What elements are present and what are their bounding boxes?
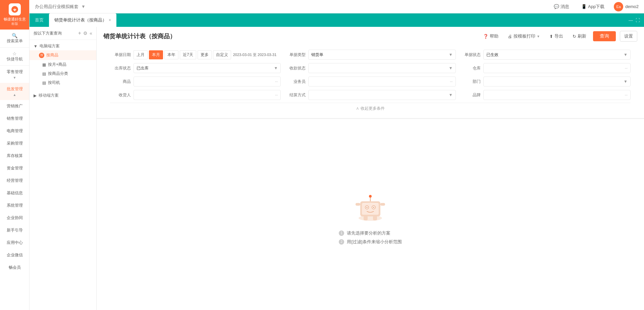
help-btn[interactable]: ❓ 帮助 [480,32,501,41]
date-last-month[interactable]: 上月 [133,50,148,59]
sidebar-item-apps[interactable]: 应用中心 [0,237,29,249]
tab-expand-icon[interactable]: ⛶ [636,18,640,23]
print-btn[interactable]: 🖨 按模板打印 ▼ [505,32,543,41]
sidebar-item-operation[interactable]: 经营管理 [0,174,29,187]
sidebar-item-retail[interactable]: 零售管理 ▼ [0,66,29,83]
quick-nav[interactable]: ☆ 快捷导航 [0,48,29,66]
warehouse-field[interactable]: ··· [483,63,631,73]
settings-scheme-icon[interactable]: ⚙ [83,31,88,36]
print-label: 按模板打印 [514,33,535,39]
settings-btn[interactable]: 设置 [620,31,637,42]
export-btn[interactable]: ⬆ 导出 [547,32,566,41]
scheme-sub-by-cashier[interactable]: ▤ 按司机 [30,78,96,87]
pc-scheme-group: ▼ 电脑端方案 按 按商品 ▦ 按月+商品 ▤ 按商品分类 ▤ 按司机 [30,40,96,89]
sidebar-item-purchase[interactable]: 采购管理 [0,137,29,150]
right-panel: 销货单统计计表（按商品） ❓ 帮助 🖨 按模板打印 ▼ ⬆ [97,27,644,310]
sidebar-item-member[interactable]: 畅会员 [0,261,29,274]
date-range: 2023-03-01 至 2023-03-31 [233,52,277,57]
doc-status-value: 已生效 [486,52,498,58]
sidebar-item-wholesale[interactable]: 批发管理 ▲ [0,83,29,100]
collapse-scheme-icon[interactable]: « [90,31,92,36]
by-month-icon: ▦ [42,62,46,67]
svg-point-10 [369,195,372,198]
staff-field[interactable]: ··· [308,76,455,87]
tab-close-icon[interactable]: × [109,18,111,22]
retail-label: 零售管理 [7,69,23,75]
page-title-row: 销货单统计计表（按商品） ❓ 帮助 🖨 按模板打印 ▼ ⬆ [103,31,637,42]
date-more[interactable]: 更多 [198,50,212,59]
sidebar-item-enterprise[interactable]: 企业协同 [0,212,29,224]
sidebar-item-newbie[interactable]: 新手引导 [0,224,29,237]
by-cashier-label: 按司机 [48,80,60,86]
date-custom[interactable]: 自定义 [213,50,231,59]
mobile-group-title[interactable]: ▶ 移动端方案 [30,91,96,100]
doc-type-field[interactable]: 销货单 ▼ [308,50,455,60]
collapse-bar[interactable]: ∧ 收起更多条件 [110,103,631,114]
filter-doc-type: 单据类型 销货单 ▼ [285,50,455,60]
filter-section: 单据日期 上月 本月 本年 近7天 更多 自定义 20 [103,46,637,118]
tab-home[interactable]: 首页 [30,13,49,27]
query-btn[interactable]: 查询 [593,31,616,41]
refresh-btn[interactable]: ↻ 刷新 [570,32,589,41]
page-header: 销货单统计计表（按商品） ❓ 帮助 🖨 按模板打印 ▼ ⬆ [97,27,644,118]
product-field[interactable]: ··· [133,76,281,87]
add-scheme-icon[interactable]: + [78,30,81,36]
scheme-sub-by-product-category[interactable]: ▤ 按商品分类 [30,69,96,78]
message-btn[interactable]: 💬 消息 [551,2,572,11]
warehouse-status-field[interactable]: 已出库 ▼ [133,63,281,73]
apps-label: 应用中心 [7,240,23,246]
tab-minimize-icon[interactable]: — [629,18,633,23]
sidebar-item-system[interactable]: 系统管理 [0,199,29,212]
tab-current[interactable]: 销货单统计计表（按商品） × [49,13,116,27]
help-label: 帮助 [490,33,498,39]
page-actions: ❓ 帮助 🖨 按模板打印 ▼ ⬆ 导出 ↻ [480,31,637,42]
scheme-sub-by-month-product[interactable]: ▦ 按月+商品 [30,60,96,69]
sidebar-item-finance[interactable]: 资金管理 [0,162,29,174]
system-label: 系统管理 [7,203,23,208]
app-download-btn[interactable]: 📱 App下载 [579,2,607,11]
search-menu[interactable]: 🔍 搜索菜单 [0,30,29,48]
refresh-label: 刷新 [578,33,586,39]
header-right: 💬 消息 📱 App下载 Ea demo2 [551,2,639,11]
tip-num-2: 2 [339,239,344,245]
department-label: 部门 [460,79,483,85]
sidebar-item-wechat[interactable]: 企业微信 [0,249,29,261]
main-content: 1 请先选择要分析的方案 2 用[过滤]条件来缩小分析范围 [97,119,644,310]
recipient-field[interactable]: ··· [133,90,281,100]
mobile-group-arrow: ▶ [34,93,37,98]
doc-type-value: 销货单 [311,52,323,58]
industry-dropdown-icon[interactable]: ▼ [81,4,86,9]
staff-dots: ··· [450,80,452,84]
department-arrow: ▼ [624,79,628,84]
tab-bar: 首页 销货单统计计表（按商品） × — ⛶ [30,13,644,27]
svg-rect-13 [364,216,368,220]
empty-illustration [350,185,390,225]
date-this-year[interactable]: 本年 [164,50,178,59]
tip-text-1: 请先选择要分析的方案 [347,230,390,236]
date-last-7-days[interactable]: 近7天 [180,50,196,59]
brand-field[interactable]: ··· [483,90,631,100]
payment-status-field[interactable]: ▼ [308,63,455,73]
date-this-month[interactable]: 本月 [149,50,163,59]
department-field[interactable]: ▼ [483,76,631,87]
user-area[interactable]: Ea demo2 [614,2,639,11]
by-product-icon: 按 [39,53,44,58]
pc-group-title[interactable]: ▼ 电脑端方案 [30,42,96,50]
sidebar-item-inventory[interactable]: 库存核算 [0,150,29,162]
scheme-item-by-product[interactable]: 按 按商品 [30,50,96,60]
left-panel-actions: + ⚙ « [78,30,92,36]
warehouse-status-value: 已出库 [137,65,149,71]
sidebar-item-marketing[interactable]: 营销推广 [0,100,29,112]
svg-rect-12 [380,203,385,206]
sidebar-item-ecommerce[interactable]: 电商管理 [0,125,29,137]
user-name: demo2 [625,4,639,9]
warehouse-label: 仓库 [460,65,483,71]
by-category-icon: ▤ [42,71,46,76]
by-category-label: 按商品分类 [48,71,68,76]
sidebar-item-sales[interactable]: 销售管理 [0,112,29,125]
doc-status-field[interactable]: 已生效 ▼ [483,50,631,60]
sidebar-item-basic[interactable]: 基础信息 [0,187,29,199]
app-download-label: App下载 [588,4,604,10]
doc-status-label: 单据状态 [460,52,483,58]
settlement-field[interactable]: ▼ [308,90,455,100]
